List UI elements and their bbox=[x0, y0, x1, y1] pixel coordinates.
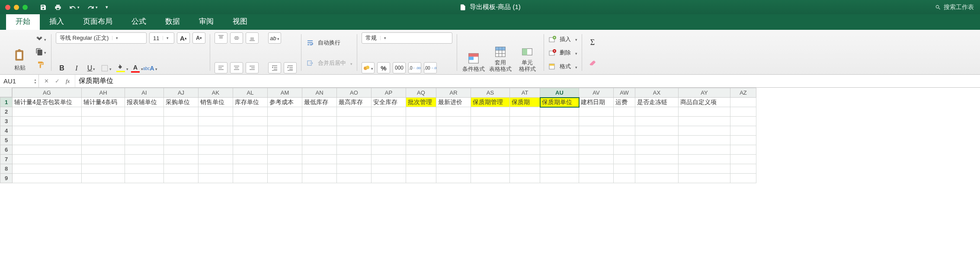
minimize-window-button[interactable] bbox=[14, 5, 19, 10]
formula-input[interactable] bbox=[75, 75, 980, 87]
cell-AS3[interactable] bbox=[471, 117, 510, 126]
cell-AY2[interactable] bbox=[679, 107, 730, 117]
print-button[interactable] bbox=[54, 4, 61, 11]
tab-插入[interactable]: 插入 bbox=[40, 13, 74, 30]
select-all-corner[interactable] bbox=[0, 88, 12, 97]
number-format-dropdown[interactable]: 常规▾ bbox=[362, 32, 452, 44]
close-window-button[interactable] bbox=[5, 5, 10, 10]
cell-AG3[interactable] bbox=[13, 117, 82, 126]
cell-AO4[interactable] bbox=[337, 126, 372, 136]
cell-AK9[interactable] bbox=[199, 174, 233, 183]
cell-AS4[interactable] bbox=[471, 126, 510, 136]
cell-AH6[interactable] bbox=[82, 145, 125, 155]
col-header-AW[interactable]: AW bbox=[614, 88, 635, 98]
col-header-AJ[interactable]: AJ bbox=[164, 88, 199, 98]
col-header-AX[interactable]: AX bbox=[635, 88, 679, 98]
cell-AS6[interactable] bbox=[471, 145, 510, 155]
cell-AV4[interactable] bbox=[579, 126, 614, 136]
cell-AZ8[interactable] bbox=[730, 164, 756, 174]
cell-AU9[interactable] bbox=[540, 174, 579, 183]
tab-页面布局[interactable]: 页面布局 bbox=[74, 13, 122, 30]
cell-AQ8[interactable] bbox=[406, 164, 436, 174]
cell-AO7[interactable] bbox=[337, 155, 372, 164]
align-left-button[interactable] bbox=[215, 62, 227, 73]
col-header-AK[interactable]: AK bbox=[199, 88, 233, 98]
col-header-AU[interactable]: AU bbox=[540, 88, 579, 98]
paste-button[interactable]: 粘贴 bbox=[8, 32, 32, 71]
cell-AM7[interactable] bbox=[268, 155, 302, 164]
col-header-AG[interactable]: AG bbox=[13, 88, 82, 98]
cell-AS1[interactable]: 保质期管理 bbox=[471, 98, 510, 107]
cell-AZ7[interactable] bbox=[730, 155, 756, 164]
cell-AK7[interactable] bbox=[199, 155, 233, 164]
cell-AH9[interactable] bbox=[82, 174, 125, 183]
cell-AS9[interactable] bbox=[471, 174, 510, 183]
cell-AW8[interactable] bbox=[614, 164, 635, 174]
cell-AI2[interactable] bbox=[125, 107, 164, 117]
cell-AG6[interactable] bbox=[13, 145, 82, 155]
cell-AZ9[interactable] bbox=[730, 174, 756, 183]
row-header-4[interactable]: 4 bbox=[0, 126, 13, 136]
col-header-AI[interactable]: AI bbox=[125, 88, 164, 98]
col-header-AM[interactable]: AM bbox=[268, 88, 302, 98]
cell-AS2[interactable] bbox=[471, 107, 510, 117]
row-header-7[interactable]: 7 bbox=[0, 155, 13, 164]
cell-AN4[interactable] bbox=[302, 126, 337, 136]
cell-AM8[interactable] bbox=[268, 164, 302, 174]
cell-AT7[interactable] bbox=[510, 155, 540, 164]
cell-AW7[interactable] bbox=[614, 155, 635, 164]
cell-AT3[interactable] bbox=[510, 117, 540, 126]
row-header-2[interactable]: 2 bbox=[0, 107, 13, 117]
cell-AT6[interactable] bbox=[510, 145, 540, 155]
comma-button[interactable]: 000 bbox=[393, 62, 406, 73]
row-header-3[interactable]: 3 bbox=[0, 117, 13, 126]
cell-AI1[interactable]: 报表辅单位 bbox=[125, 98, 164, 107]
cell-AV9[interactable] bbox=[579, 174, 614, 183]
cell-AH8[interactable] bbox=[82, 164, 125, 174]
tab-视图[interactable]: 视图 bbox=[223, 13, 257, 30]
col-header-AZ[interactable]: AZ bbox=[730, 88, 756, 98]
cell-AQ4[interactable] bbox=[406, 126, 436, 136]
cell-AT9[interactable] bbox=[510, 174, 540, 183]
cell-AQ3[interactable] bbox=[406, 117, 436, 126]
autosum-button[interactable]: Σ bbox=[586, 38, 599, 48]
cell-AL6[interactable] bbox=[233, 145, 268, 155]
italic-button[interactable]: I bbox=[70, 63, 83, 73]
cell-AQ1[interactable]: 批次管理 bbox=[406, 98, 436, 107]
cell-AH7[interactable] bbox=[82, 155, 125, 164]
col-header-AP[interactable]: AP bbox=[372, 88, 406, 98]
cell-AS5[interactable] bbox=[471, 136, 510, 145]
cell-AM1[interactable]: 参考成本 bbox=[268, 98, 302, 107]
cell-AY8[interactable] bbox=[679, 164, 730, 174]
cell-AR2[interactable] bbox=[436, 107, 471, 117]
cell-AK4[interactable] bbox=[199, 126, 233, 136]
cell-AN8[interactable] bbox=[302, 164, 337, 174]
conditional-format-button[interactable]: 条件格式 bbox=[461, 34, 486, 73]
redo-button[interactable]: ▾ bbox=[87, 4, 98, 11]
merge-center-button[interactable]: 合并后居中 bbox=[306, 59, 352, 67]
cell-AR4[interactable] bbox=[436, 126, 471, 136]
cell-AI6[interactable] bbox=[125, 145, 164, 155]
cell-AT8[interactable] bbox=[510, 164, 540, 174]
zoom-window-button[interactable] bbox=[22, 5, 28, 10]
cell-AH2[interactable] bbox=[82, 107, 125, 117]
tab-审阅[interactable]: 审阅 bbox=[189, 13, 223, 30]
cell-AI9[interactable] bbox=[125, 174, 164, 183]
cell-AJ3[interactable] bbox=[164, 117, 199, 126]
cell-AG4[interactable] bbox=[13, 126, 82, 136]
cell-AK6[interactable] bbox=[199, 145, 233, 155]
cancel-formula-button[interactable]: ✕ bbox=[44, 78, 49, 84]
cell-AJ1[interactable]: 采购单位 bbox=[164, 98, 199, 107]
align-center-button[interactable] bbox=[230, 62, 243, 73]
col-header-AQ[interactable]: AQ bbox=[406, 88, 436, 98]
format-painter-button[interactable] bbox=[35, 60, 47, 70]
cell-AJ6[interactable] bbox=[164, 145, 199, 155]
cell-AX4[interactable] bbox=[635, 126, 679, 136]
cell-AT4[interactable] bbox=[510, 126, 540, 136]
cell-AZ2[interactable] bbox=[730, 107, 756, 117]
cell-AG7[interactable] bbox=[13, 155, 82, 164]
col-header-AS[interactable]: AS bbox=[471, 88, 510, 98]
cut-button[interactable] bbox=[35, 34, 47, 44]
increase-indent-button[interactable] bbox=[284, 62, 297, 73]
spreadsheet-grid[interactable]: AGAHAIAJAKALAMANAOAPAQARASATAUAVAWAXAYAZ… bbox=[0, 88, 980, 183]
